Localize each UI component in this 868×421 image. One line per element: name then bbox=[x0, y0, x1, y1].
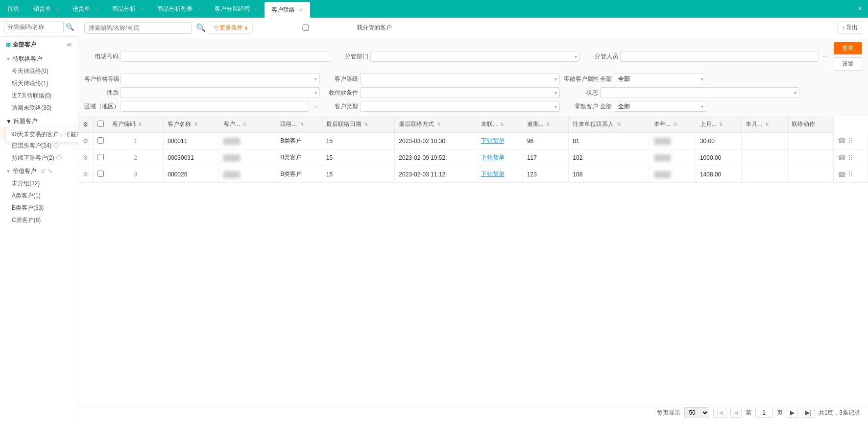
col-this-month[interactable]: 本月... ⇅ bbox=[742, 116, 787, 133]
prev-page-button[interactable]: ◀ bbox=[730, 408, 742, 418]
settings-button[interactable]: 设置 bbox=[834, 57, 862, 71]
more-conditions-button[interactable]: ▽ 更多条件 ∧ bbox=[210, 22, 253, 34]
filter-price-grade-select[interactable] bbox=[121, 74, 320, 84]
col-last-method[interactable]: 最后联络方式 ⇅ bbox=[395, 116, 477, 133]
refresh-icon[interactable]: ↺ bbox=[40, 168, 45, 175]
close-all-tabs[interactable]: × bbox=[852, 0, 868, 18]
row-last-month bbox=[742, 166, 787, 183]
filter-person-more-icon[interactable]: ··· bbox=[821, 53, 830, 60]
col-name[interactable]: 客户名称 ⇅ bbox=[164, 116, 219, 133]
filter-phone-input[interactable] bbox=[121, 51, 330, 62]
search-input[interactable] bbox=[84, 22, 192, 34]
filter-nature-select[interactable] bbox=[121, 87, 320, 98]
my-customers-checkbox[interactable]: 我分管的客户 bbox=[257, 24, 392, 32]
filter-scatter-select[interactable]: 全部 bbox=[614, 101, 707, 112]
sidebar-item-class-a[interactable]: A类客户(1) bbox=[0, 190, 78, 202]
action-more-icon[interactable]: ⠿ bbox=[848, 154, 853, 162]
col-type[interactable]: 客户... ⇅ bbox=[219, 116, 276, 133]
row-last-method[interactable]: 下销货单 bbox=[477, 149, 523, 166]
sidebar-search-icon[interactable]: 🔍 bbox=[66, 23, 74, 31]
last-page-button[interactable]: ▶| bbox=[802, 408, 815, 418]
tab-customer-contact[interactable]: 客户联络 × bbox=[265, 2, 310, 18]
row-settings[interactable]: ⚙ bbox=[78, 166, 93, 183]
row-checkbox[interactable] bbox=[93, 149, 108, 166]
filter-status-select[interactable] bbox=[600, 87, 799, 98]
sidebar-group-problem-title[interactable]: ▼ 问题客户 bbox=[0, 115, 78, 127]
first-page-button[interactable]: |◀ bbox=[713, 408, 726, 418]
search-button[interactable]: 🔍 bbox=[196, 23, 206, 32]
col-uncontacted[interactable]: 未联... ⇅ bbox=[477, 116, 523, 133]
tab-customer-tier[interactable]: 客户分层经营 × bbox=[208, 0, 265, 18]
table-body: ⚙ 1 000011 ████ B类客户 15 2023-03-02 10:30… bbox=[78, 133, 868, 183]
col-last-month[interactable]: 上月... ⇅ bbox=[696, 116, 741, 133]
sidebar-item-tomorrow-pending[interactable]: 明天待联络(1) bbox=[0, 77, 78, 90]
sidebar-item-ungroup[interactable]: 未分组(32) bbox=[0, 177, 78, 190]
sidebar-group-pending-title[interactable]: ▼ 待联络客户 bbox=[0, 53, 78, 65]
row-checkbox-input[interactable] bbox=[97, 137, 104, 144]
sidebar-item-declining[interactable]: 持续下滑客户(2) ⓘ bbox=[0, 152, 78, 164]
sidebar-group-value-title[interactable]: ▼ 价值客户 ↺ ✎ bbox=[0, 165, 78, 177]
tab-purchase[interactable]: 进货单 × bbox=[66, 0, 105, 18]
col-code[interactable]: 客户编码 ⇅ bbox=[108, 116, 164, 133]
sidebar-search-input[interactable] bbox=[4, 22, 64, 32]
filter-payment-select[interactable] bbox=[360, 87, 559, 98]
action-more-icon[interactable]: ⠿ bbox=[848, 137, 853, 145]
tab-home[interactable]: 首页 bbox=[0, 0, 26, 18]
col-this-year[interactable]: 本年... ⇅ bbox=[650, 116, 696, 133]
sidebar-item-class-c[interactable]: C类客户(6) bbox=[0, 214, 78, 226]
edit-icon[interactable]: ✎ bbox=[48, 168, 53, 175]
query-button[interactable]: 查询 bbox=[834, 42, 862, 54]
close-tab-analysis[interactable]: × bbox=[141, 0, 144, 18]
row-checkbox-input[interactable] bbox=[97, 154, 104, 160]
filter-zero-attr-select[interactable]: 全部 bbox=[614, 74, 707, 84]
col-contact-person[interactable]: 往来单位联系人 ⇅ bbox=[569, 116, 650, 133]
tab-sales[interactable]: 销货单 × bbox=[26, 0, 66, 18]
row-uncontacted: 96 bbox=[523, 133, 568, 149]
tab-analysis-list[interactable]: 商品分析列表 × bbox=[150, 0, 207, 18]
action-contact-icon[interactable]: ☎ bbox=[838, 154, 846, 162]
row-checkbox-input[interactable] bbox=[97, 171, 104, 177]
page-input[interactable] bbox=[755, 408, 773, 418]
close-tab-analysis-list[interactable]: × bbox=[197, 0, 200, 18]
problem-tooltip: 90天未交易的客户，可能有流失风险。 bbox=[6, 127, 78, 142]
collapse-sidebar-icon[interactable]: ≪ bbox=[66, 42, 72, 48]
sidebar-all-customers[interactable]: ⊞ 全部客户 ≪ bbox=[0, 37, 78, 53]
my-customers-checkbox-input[interactable] bbox=[257, 25, 355, 31]
sort-icon-last-month: ⇅ bbox=[719, 122, 723, 127]
sidebar-item-class-b[interactable]: B类客户(33) bbox=[0, 202, 78, 214]
filter-customer-type-select[interactable] bbox=[360, 101, 559, 112]
row-checkbox[interactable] bbox=[93, 166, 108, 183]
action-more-icon[interactable]: ⠿ bbox=[848, 171, 853, 178]
sidebar-item-overdue-pending[interactable]: 逾期未联络(30) bbox=[0, 102, 78, 114]
row-settings[interactable]: ⚙ bbox=[78, 149, 93, 166]
action-contact-icon[interactable]: ☎ bbox=[838, 137, 846, 145]
col-checkbox[interactable] bbox=[93, 116, 108, 133]
filter-customer-grade-select[interactable] bbox=[360, 74, 559, 84]
col-overdue[interactable]: 逾期... ⇅ bbox=[523, 116, 568, 133]
filter-region-more-icon[interactable]: ··· bbox=[311, 103, 320, 110]
sidebar-item-today-pending[interactable]: 今天待联络(0) bbox=[0, 65, 78, 77]
sidebar-item-week-pending[interactable]: 近7天待联络(0) bbox=[0, 90, 78, 102]
filter-dept-select[interactable] bbox=[370, 51, 580, 62]
row-checkbox[interactable] bbox=[93, 133, 108, 149]
select-all-checkbox[interactable] bbox=[97, 121, 104, 127]
col-settings[interactable]: ⚙ bbox=[78, 116, 93, 133]
row-settings[interactable]: ⚙ bbox=[78, 133, 93, 149]
action-contact-icon[interactable]: ☎ bbox=[838, 171, 846, 178]
next-page-button[interactable]: ▶ bbox=[787, 408, 798, 418]
filter-region-input[interactable] bbox=[121, 101, 309, 112]
close-tab-customer-tier[interactable]: × bbox=[255, 0, 258, 18]
filter-zero-attr: 零散客户属性 全部 全部 bbox=[564, 74, 799, 84]
row-last-method[interactable]: 下销货单 bbox=[477, 133, 523, 149]
col-last-date[interactable]: 最后联络日期 ⇅ bbox=[322, 116, 395, 133]
sort-icon-uncontacted: ⇅ bbox=[500, 122, 504, 127]
export-button[interactable]: ↑ 导出 bbox=[837, 22, 862, 34]
filter-person-input[interactable] bbox=[620, 51, 819, 62]
per-page-select[interactable]: 50 100 200 bbox=[684, 407, 709, 418]
close-tab-purchase[interactable]: × bbox=[95, 0, 98, 18]
col-contact[interactable]: 联络... ⇅ bbox=[276, 116, 322, 133]
close-tab-sales[interactable]: × bbox=[56, 0, 59, 18]
close-tab-customer-contact[interactable]: × bbox=[300, 2, 303, 18]
tab-analysis[interactable]: 商品分析 × bbox=[105, 0, 150, 18]
row-last-method[interactable]: 下销货单 bbox=[477, 166, 523, 183]
